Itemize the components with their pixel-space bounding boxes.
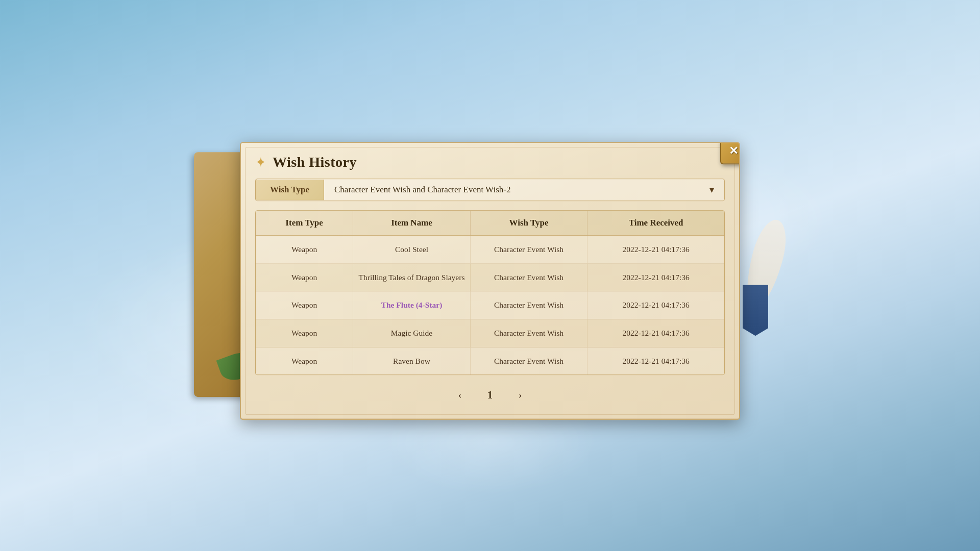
sparkle-icon: ✦	[255, 155, 266, 170]
cell-item-name: Thrilling Tales of Dragon Slayers	[353, 264, 471, 291]
close-button[interactable]: ✕	[720, 142, 740, 164]
cell-wish-type: Character Event Wish	[471, 236, 588, 263]
table-row: WeaponThrilling Tales of Dragon SlayersC…	[256, 264, 724, 292]
table-body: WeaponCool SteelCharacter Event Wish2022…	[256, 236, 724, 374]
current-page: 1	[484, 389, 496, 401]
cell-item-type: Weapon	[256, 236, 353, 263]
prev-page-button[interactable]: ‹	[451, 387, 469, 404]
next-page-button[interactable]: ›	[511, 387, 529, 404]
wish-history-table: Item Type Item Name Wish Type Time Recei…	[255, 210, 725, 375]
cell-item-name: Cool Steel	[353, 236, 471, 263]
cell-wish-type: Character Event Wish	[471, 319, 588, 347]
table-row: WeaponMagic GuideCharacter Event Wish202…	[256, 319, 724, 347]
wish-type-value: Character Event Wish and Character Event…	[334, 185, 510, 195]
cell-wish-type: Character Event Wish	[471, 292, 588, 319]
wish-type-dropdown[interactable]: Character Event Wish and Character Event…	[324, 179, 724, 201]
table-row: WeaponRaven BowCharacter Event Wish2022-…	[256, 347, 724, 375]
cell-item-name: The Flute (4-Star)	[353, 292, 471, 319]
cell-time-received: 2022-12-21 04:17:36	[587, 347, 724, 375]
chevron-down-icon: ▾	[709, 184, 714, 195]
cell-time-received: 2022-12-21 04:17:36	[587, 236, 724, 263]
cell-item-name: Magic Guide	[353, 319, 471, 347]
next-icon: ›	[519, 389, 522, 401]
cell-item-type: Weapon	[256, 264, 353, 291]
dialog-panel: ✕ ✦ Wish History Wish Type Character Eve…	[240, 142, 740, 420]
table-row: WeaponCool SteelCharacter Event Wish2022…	[256, 236, 724, 264]
cell-time-received: 2022-12-21 04:17:36	[587, 319, 724, 347]
th-item-name: Item Name	[353, 211, 471, 235]
cell-wish-type: Character Event Wish	[471, 347, 588, 375]
th-wish-type: Wish Type	[471, 211, 588, 235]
wish-type-row: Wish Type Character Event Wish and Chara…	[255, 179, 725, 201]
cell-time-received: 2022-12-21 04:17:36	[587, 264, 724, 291]
cell-item-name: Raven Bow	[353, 347, 471, 375]
cell-item-type: Weapon	[256, 347, 353, 375]
pagination: ‹ 1 ›	[241, 387, 739, 404]
cell-item-type: Weapon	[256, 292, 353, 319]
th-time-received: Time Received	[587, 211, 724, 235]
dialog-header: ✦ Wish History	[241, 143, 739, 179]
prev-icon: ‹	[458, 389, 462, 401]
close-icon: ✕	[729, 144, 738, 158]
table-row: WeaponThe Flute (4-Star)Character Event …	[256, 292, 724, 320]
cell-wish-type: Character Event Wish	[471, 264, 588, 291]
th-item-type: Item Type	[256, 211, 353, 235]
dialog-title: Wish History	[273, 154, 357, 170]
dialog-wrapper: ✕ ✦ Wish History Wish Type Character Eve…	[240, 142, 740, 420]
table-header: Item Type Item Name Wish Type Time Recei…	[256, 211, 724, 236]
wish-type-label: Wish Type	[256, 180, 324, 200]
bookmark-decoration	[743, 285, 768, 336]
cell-time-received: 2022-12-21 04:17:36	[587, 292, 724, 319]
cell-item-type: Weapon	[256, 319, 353, 347]
